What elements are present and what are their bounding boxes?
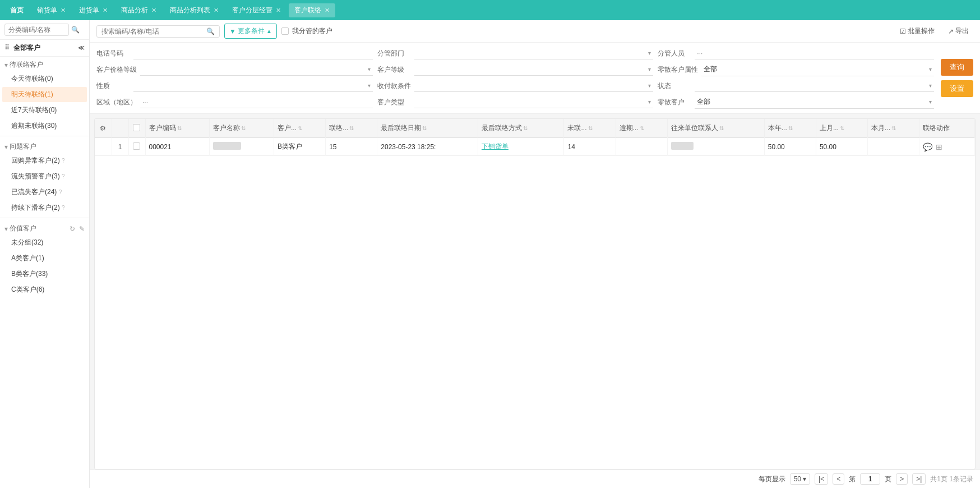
query-button[interactable]: 查询 bbox=[941, 59, 973, 76]
sidebar-item-lost-warning[interactable]: 流失预警客户(3) ? bbox=[2, 169, 87, 184]
filter-label-dept: 分管部门 bbox=[377, 49, 411, 58]
filter-select-customer-type[interactable]: ▾ bbox=[414, 96, 654, 108]
top-navigation: 首页 销货单 ✕ 进货单 ✕ 商品分析 ✕ 商品分析列表 ✕ 客户分层经营 ✕ … bbox=[0, 0, 980, 20]
row-last-date-val: 2023-05-23 18:25: bbox=[381, 143, 436, 151]
nav-close-analysis-list[interactable]: ✕ bbox=[214, 7, 219, 14]
filter-select-status[interactable]: ▾ bbox=[695, 80, 934, 92]
comment-icon[interactable]: 💬 bbox=[923, 142, 932, 151]
page-last-btn[interactable]: >| bbox=[912, 473, 926, 485]
page-prev-btn[interactable]: < bbox=[833, 473, 844, 485]
sidebar-group-value[interactable]: ▾ 价值客户 ↻ ✎ bbox=[0, 220, 89, 234]
export-btn[interactable]: ↗ 导出 bbox=[944, 25, 973, 38]
sidebar-item-class-a[interactable]: A类客户(1) bbox=[2, 251, 87, 266]
select-all-checkbox[interactable] bbox=[133, 124, 140, 131]
page-size-select[interactable]: 50 ▾ bbox=[790, 473, 810, 485]
filter-search-icon[interactable]: 🔍 bbox=[206, 27, 215, 35]
col-settings[interactable]: ⚙ bbox=[95, 119, 112, 138]
row-select-checkbox[interactable] bbox=[133, 142, 140, 150]
sort-type-icon[interactable]: ⇅ bbox=[298, 125, 302, 131]
filter-select-region[interactable]: ··· bbox=[140, 96, 373, 108]
filter-input-phone[interactable] bbox=[133, 48, 373, 59]
col-no bbox=[112, 119, 128, 138]
content-area: 🔍 ▼ 更多条件 ▲ 我分管的客户 ☑ 批量操作 ↗ 导出 bbox=[90, 20, 980, 488]
set-button[interactable]: 设置 bbox=[941, 80, 973, 97]
filter-select-customer-level[interactable]: ▾ bbox=[414, 63, 654, 76]
row-unit-contact-blurred bbox=[671, 142, 694, 150]
value-edit-icon[interactable]: ✎ bbox=[79, 225, 85, 233]
filter-select-price-level-arrow: ▾ bbox=[368, 66, 371, 72]
nav-item-analysis[interactable]: 商品分析 ✕ bbox=[115, 3, 162, 17]
nav-close-sales[interactable]: ✕ bbox=[61, 7, 66, 14]
sidebar-group-pending[interactable]: ▾ 待联络客户 bbox=[0, 57, 89, 71]
filter-search-input[interactable] bbox=[101, 27, 206, 35]
sort-this-month-icon[interactable]: ⇅ bbox=[891, 125, 896, 131]
sidebar-search-icon[interactable]: 🔍 bbox=[71, 26, 80, 34]
nav-item-customer-tier[interactable]: 客户分层经营 ✕ bbox=[226, 3, 286, 17]
filter-field-payment: 收付款条件 ▾ bbox=[377, 80, 654, 92]
row-name-blurred bbox=[213, 142, 241, 150]
sidebar-item-7days[interactable]: 近7天待联络(0) bbox=[2, 103, 87, 118]
sidebar-item-tomorrow[interactable]: 明天待联络(1) bbox=[2, 87, 87, 102]
sort-overdue-icon[interactable]: ⇅ bbox=[640, 125, 644, 131]
sidebar-item-overdue[interactable]: 逾期未联络(30) bbox=[2, 118, 87, 133]
sidebar-group-problem[interactable]: ▾ 问题客户 bbox=[0, 139, 89, 153]
col-last-date: 最后联络日期⇅ bbox=[377, 119, 478, 138]
nav-close-customer-tier[interactable]: ✕ bbox=[276, 7, 281, 14]
gear-icon[interactable]: ⚙ bbox=[100, 125, 106, 132]
col-this-year: 本年...⇅ bbox=[764, 119, 816, 138]
batch-ops-btn[interactable]: ☑ 批量操作 bbox=[895, 25, 939, 38]
sidebar-item-ungrouped[interactable]: 未分组(32) bbox=[2, 235, 87, 250]
sort-unit-contact-icon[interactable]: ⇅ bbox=[719, 125, 724, 131]
sidebar-search-input[interactable] bbox=[4, 24, 69, 36]
sidebar-item-lost[interactable]: 已流失客户(24) ? bbox=[2, 185, 87, 200]
sort-contacts-icon[interactable]: ⇅ bbox=[349, 125, 354, 131]
filter-select-person[interactable]: ··· bbox=[695, 47, 934, 59]
col-checkbox[interactable] bbox=[128, 119, 145, 138]
sort-not-contacted-icon[interactable]: ⇅ bbox=[588, 125, 593, 131]
nav-close-analysis[interactable]: ✕ bbox=[151, 7, 156, 14]
sidebar-item-declining[interactable]: 持续下滑客户(2) ? bbox=[2, 200, 87, 215]
row-last-method-val[interactable]: 下销货单 bbox=[482, 142, 509, 150]
sidebar-item-class-c[interactable]: C类客户(6) bbox=[2, 282, 87, 297]
filter-select-dept[interactable]: ▾ bbox=[414, 47, 654, 59]
sort-code-icon[interactable]: ⇅ bbox=[177, 125, 182, 131]
sidebar-all-customers[interactable]: ⠿ 全部客户 ≪ bbox=[0, 40, 89, 57]
filter-select-payment[interactable]: ▾ bbox=[414, 80, 654, 92]
nav-item-purchase[interactable]: 进货单 ✕ bbox=[73, 3, 113, 17]
sort-this-year-icon[interactable]: ⇅ bbox=[788, 125, 793, 131]
sidebar-collapse-icon[interactable]: ≪ bbox=[78, 44, 85, 52]
nav-item-customer-contact[interactable]: 客户联络 ✕ bbox=[289, 3, 335, 17]
nav-label-home: 首页 bbox=[10, 6, 24, 15]
sidebar-item-today[interactable]: 今天待联络(0) bbox=[2, 71, 87, 86]
filter-more-conditions[interactable]: ▼ 更多条件 ▲ bbox=[224, 24, 277, 39]
grid-icon[interactable]: ⊞ bbox=[936, 142, 942, 151]
filter-select-retail-customer[interactable]: 全部 ▾ bbox=[695, 95, 934, 109]
filter-field-status: 状态 ▾ bbox=[658, 80, 934, 92]
sidebar-item-class-b[interactable]: B类客户(33) bbox=[2, 266, 87, 282]
page-number-input[interactable] bbox=[860, 473, 880, 485]
page-next-btn[interactable]: > bbox=[896, 473, 908, 485]
nav-item-sales[interactable]: 销货单 ✕ bbox=[31, 3, 71, 17]
sort-last-method-icon[interactable]: ⇅ bbox=[523, 125, 528, 131]
nav-close-purchase[interactable]: ✕ bbox=[103, 7, 108, 14]
filter-select-price-level[interactable]: ▾ bbox=[140, 63, 373, 76]
filter-select-nature[interactable]: ▾ bbox=[133, 80, 373, 92]
sort-last-month-icon[interactable]: ⇅ bbox=[840, 125, 844, 131]
filter-select-retail-attr[interactable]: 全部 ▾ bbox=[701, 63, 934, 76]
col-this-month-label: 本月... bbox=[871, 124, 890, 132]
nav-label-analysis: 商品分析 bbox=[121, 6, 148, 15]
value-refresh-icon[interactable]: ↻ bbox=[70, 225, 75, 233]
sidebar-item-abnormal[interactable]: 回购异常客户(2) ? bbox=[2, 153, 87, 168]
filter-person-dots[interactable]: ··· bbox=[697, 49, 702, 57]
page-first-btn[interactable]: |< bbox=[815, 473, 828, 485]
filter-label-region: 区域（地区） bbox=[96, 98, 137, 107]
sort-name-icon[interactable]: ⇅ bbox=[241, 125, 246, 131]
sort-last-date-icon[interactable]: ⇅ bbox=[422, 125, 427, 131]
nav-close-customer-contact[interactable]: ✕ bbox=[325, 7, 330, 14]
nav-item-home[interactable]: 首页 bbox=[4, 3, 29, 17]
filter-region-dots[interactable]: ··· bbox=[142, 98, 148, 106]
nav-item-analysis-list[interactable]: 商品分析列表 ✕ bbox=[164, 3, 224, 17]
my-customers-checkbox-area[interactable]: 我分管的客户 bbox=[281, 26, 332, 36]
row-checkbox[interactable] bbox=[128, 138, 145, 156]
my-customers-checkbox[interactable] bbox=[281, 27, 289, 35]
